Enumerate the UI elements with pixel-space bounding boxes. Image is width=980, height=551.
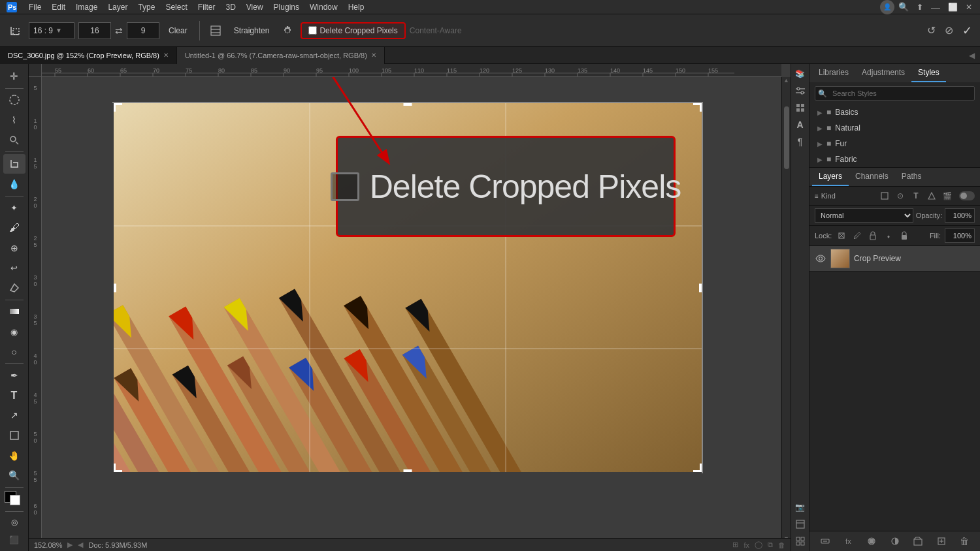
menu-window[interactable]: Window [304, 1, 343, 13]
move-tool[interactable]: ✛ [3, 67, 25, 86]
blend-mode-select[interactable]: Normal [815, 208, 913, 223]
libraries-icon[interactable]: 📚 [793, 67, 808, 81]
tab-libraries[interactable]: Libraries [812, 64, 855, 82]
clear-button[interactable]: Clear [163, 24, 193, 38]
status-arrow[interactable]: ▶ [67, 541, 73, 549]
eyedropper-tool[interactable]: 💧 [3, 174, 25, 194]
quick-mask-mode[interactable]: ◎ [3, 514, 25, 531]
delete-layer-icon[interactable]: 🗑 [954, 536, 975, 546]
filter-type-icon[interactable]: T [909, 189, 923, 202]
menu-plugins[interactable]: Plugins [269, 1, 304, 13]
bottom-delete-icon[interactable]: 🗑 [778, 541, 785, 549]
bottom-mask-icon[interactable]: ◯ [755, 541, 762, 549]
menu-select[interactable]: Select [160, 1, 192, 13]
blur-tool[interactable]: ◉ [3, 322, 25, 341]
path-select-tool[interactable]: ↗ [3, 406, 25, 426]
status-arrow-left[interactable]: ◀ [78, 541, 83, 549]
menu-image[interactable]: Image [71, 1, 103, 13]
close-icon[interactable]: ✕ [962, 1, 976, 13]
menu-file[interactable]: File [24, 1, 46, 13]
marquee-tool[interactable] [3, 91, 25, 110]
panel-icon[interactable] [793, 517, 808, 531]
tab-active[interactable]: DSC_3060.jpg @ 152% (Crop Preview, RGB/8… [0, 47, 177, 64]
confirm-icon[interactable]: ✓ [960, 24, 975, 38]
lock-position-icon[interactable] [867, 230, 879, 242]
new-group-icon[interactable] [907, 537, 928, 546]
add-mask-icon[interactable] [861, 537, 882, 546]
settings-icon[interactable] [278, 22, 297, 40]
share-icon[interactable]: ⬆ [913, 1, 927, 13]
maximize-icon[interactable]: ⬜ [944, 1, 962, 13]
brush-tool[interactable]: 🖌 [3, 218, 25, 238]
undo-icon[interactable]: ↺ [924, 24, 938, 37]
menu-edit[interactable]: Edit [46, 1, 71, 13]
change-screen-mode[interactable]: ⬛ [3, 531, 25, 548]
bottom-fx-icon[interactable]: fx [743, 541, 749, 549]
tab-paths[interactable]: Paths [895, 168, 928, 186]
lock-transparent-icon[interactable] [836, 230, 847, 242]
user-icon[interactable]: 👤 [880, 0, 894, 14]
style-item-basics[interactable]: ▶ ■ Basics [809, 104, 980, 120]
text-tool[interactable]: T [3, 386, 25, 405]
style-item-fur[interactable]: ▶ ■ Fur [809, 136, 980, 151]
tab-adjustments[interactable]: Adjustments [855, 64, 911, 82]
search-icon[interactable]: 🔍 [894, 1, 913, 13]
lock-image-icon[interactable]: 🖊 [851, 230, 863, 242]
filter-pixel-icon[interactable] [878, 189, 891, 202]
tab-inactive[interactable]: Untitled-1 @ 66.7% (7.Camera-raw-smart-o… [177, 47, 385, 64]
character-icon[interactable]: A [793, 118, 808, 132]
menu-type[interactable]: Type [133, 1, 160, 13]
styles-search-input[interactable] [830, 89, 974, 97]
zoom-tool[interactable]: 🔍 [3, 466, 25, 486]
lasso-tool[interactable]: ⌇ [3, 110, 25, 130]
filter-shape-icon[interactable] [925, 189, 938, 202]
crop-tool[interactable] [3, 154, 25, 174]
stamp-tool[interactable]: ⊕ [3, 238, 25, 258]
lock-artboard-icon[interactable]: ⬧ [883, 230, 894, 242]
adjustment-layer-icon[interactable] [885, 537, 906, 546]
menu-view[interactable]: View [241, 1, 269, 13]
no-icon[interactable]: ⊘ [942, 24, 956, 37]
filter-toggle[interactable] [959, 191, 975, 200]
new-layer-icon[interactable] [931, 537, 952, 546]
opacity-input[interactable] [945, 208, 975, 223]
layer-item-crop-preview[interactable]: Crop Preview [809, 246, 980, 272]
delete-cropped-checkbox[interactable] [308, 26, 317, 35]
menu-filter[interactable]: Filter [193, 1, 221, 13]
fill-input[interactable] [945, 228, 975, 243]
pen-tool[interactable]: ✒ [3, 366, 25, 385]
style-item-natural[interactable]: ▶ ■ Natural [809, 120, 980, 136]
panel-collapse-icon[interactable]: ◀ [964, 51, 980, 60]
minimize-icon[interactable]: — [927, 1, 944, 14]
ratio-dropdown[interactable]: 16 : 9 ▼ [29, 22, 74, 39]
style-item-fabric[interactable]: ▶ ■ Fabric [809, 151, 980, 167]
quick-select-tool[interactable] [3, 131, 25, 150]
dodge-tool[interactable]: ○ [3, 342, 25, 362]
layer-fx-icon[interactable]: fx [838, 537, 859, 545]
shape-tool[interactable] [3, 426, 25, 445]
styles-icon[interactable] [793, 101, 808, 115]
grid-icon[interactable] [793, 534, 808, 548]
tab-active-close[interactable]: ✕ [163, 52, 169, 59]
adjustments-icon[interactable] [793, 84, 808, 98]
menu-3d[interactable]: 3D [220, 1, 240, 13]
tab-styles[interactable]: Styles [911, 64, 946, 82]
filter-smart-icon[interactable]: 🎬 [941, 189, 954, 202]
hand-tool[interactable]: 🤚 [3, 446, 25, 465]
tab-layers[interactable]: Layers [812, 168, 849, 186]
bottom-home-icon[interactable]: ⊞ [732, 541, 738, 549]
swap-icon[interactable]: ⇄ [115, 25, 123, 36]
history-brush-tool[interactable]: ↩ [3, 258, 25, 277]
gradient-tool[interactable] [3, 302, 25, 322]
layer-visibility-eye[interactable] [815, 253, 826, 264]
grid-overlay-icon[interactable] [206, 22, 225, 40]
color-swatches[interactable] [3, 490, 25, 509]
vertical-scrollbar[interactable]: ▲ ▼ [781, 77, 791, 542]
menu-help[interactable]: Help [343, 1, 370, 13]
bottom-layer-icon[interactable]: ⧉ [768, 541, 773, 549]
tab-inactive-close[interactable]: ✕ [371, 52, 376, 59]
paragraph-icon[interactable]: ¶ [793, 134, 808, 149]
height-input[interactable] [127, 22, 159, 39]
canvas-scroll-area[interactable]: Delete Cropped Pixels [42, 77, 781, 542]
straighten-button[interactable]: Straighten [229, 24, 275, 38]
